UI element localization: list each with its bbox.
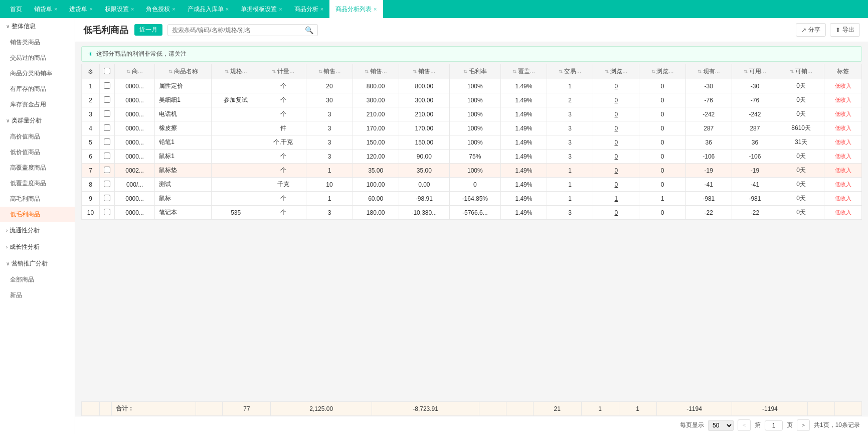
row-spec: [212, 192, 260, 206]
row-checkbox[interactable]: [100, 206, 115, 220]
row-tag: 低收入: [824, 150, 862, 164]
nav-item-template[interactable]: 单据模板设置 ×: [235, 0, 288, 18]
th-checkbox[interactable]: [100, 64, 115, 79]
th-sale2[interactable]: 销售...: [353, 64, 399, 79]
sidebar-section-growth[interactable]: › 成长性分析: [0, 239, 75, 255]
close-icon[interactable]: ×: [226, 6, 229, 12]
sidebar-section-liquidity[interactable]: › 流通性分析: [0, 222, 75, 239]
row-checkbox[interactable]: [100, 192, 115, 206]
search-icon[interactable]: 🔍: [305, 26, 313, 34]
th-name[interactable]: 商品名称: [155, 64, 212, 79]
sidebar-item-traded-products[interactable]: 交易过的商品: [0, 50, 75, 66]
sidebar-item-low-coverage[interactable]: 低覆盖度商品: [0, 176, 75, 191]
th-unit[interactable]: 计量...: [260, 64, 306, 79]
sidebar-item-low-margin[interactable]: 低毛利商品: [0, 207, 75, 222]
close-icon[interactable]: ×: [172, 6, 175, 12]
th-stock1[interactable]: 现有...: [685, 64, 732, 79]
sidebar-item-category-sales-rate[interactable]: 商品分类助销率: [0, 66, 75, 81]
th-trade[interactable]: 交易...: [547, 64, 593, 79]
row-sale2: 35.00: [353, 164, 399, 178]
row-days: 0天: [778, 150, 824, 164]
row-margin: 100%: [449, 135, 500, 150]
nav-item-home[interactable]: 首页: [4, 0, 28, 18]
sidebar-item-all-products[interactable]: 全部商品: [0, 272, 75, 287]
table-container[interactable]: ⚙ 商... 商品名称 规格... 计量... 销售... 销售... 销售..…: [75, 64, 868, 401]
close-icon[interactable]: ×: [279, 6, 282, 12]
th-sale3[interactable]: 销售...: [399, 64, 449, 79]
row-checkbox[interactable]: [100, 164, 115, 178]
sidebar-item-in-stock[interactable]: 有库存的商品: [0, 81, 75, 97]
row-name: 橡皮擦: [155, 121, 212, 135]
row-name: 鼠标1: [155, 150, 212, 164]
nav-item-product-entry[interactable]: 产成品入库单 ×: [182, 0, 235, 18]
nav-item-product-analysis-list[interactable]: 商品分析列表 ×: [329, 0, 383, 18]
th-code[interactable]: 商...: [115, 64, 155, 79]
close-icon[interactable]: ×: [89, 6, 92, 12]
sidebar-item-new-products[interactable]: 新品: [0, 287, 75, 303]
row-checkbox[interactable]: [100, 93, 115, 107]
nav-item-permissions[interactable]: 权限设置 ×: [99, 0, 140, 18]
row-checkbox[interactable]: [100, 178, 115, 192]
search-input[interactable]: [172, 27, 305, 34]
th-stock2[interactable]: 可用...: [732, 64, 778, 79]
sidebar-item-high-value[interactable]: 高价值商品: [0, 129, 75, 144]
prev-page-button[interactable]: ＜: [738, 419, 751, 431]
share-button[interactable]: ↗ 分享: [796, 23, 826, 37]
row-checkbox[interactable]: [100, 121, 115, 135]
date-filter-button[interactable]: 近一月: [134, 24, 162, 36]
row-checkbox[interactable]: [100, 150, 115, 164]
row-coverage: 1.49%: [500, 121, 547, 135]
close-icon[interactable]: ×: [54, 6, 57, 12]
th-browse1[interactable]: 浏览...: [593, 64, 639, 79]
close-icon[interactable]: ×: [320, 6, 323, 12]
th-settings[interactable]: ⚙: [82, 64, 100, 79]
sidebar-item-stock-capital[interactable]: 库存资金占用: [0, 97, 75, 112]
sidebar-section-cluster[interactable]: ∨ 类群量分析: [0, 112, 75, 129]
row-name: 笔记本: [155, 206, 212, 220]
row-browse1: 0: [593, 164, 639, 178]
table-row: 6 0000... 鼠标1 个 3 120.00 90.00 75% 1.49%…: [82, 150, 862, 164]
th-days[interactable]: 可销...: [778, 64, 824, 79]
page-size-select[interactable]: 50 100 200: [708, 420, 734, 431]
nav-item-product-analysis[interactable]: 商品分析 ×: [288, 0, 329, 18]
row-browse2: 0: [639, 107, 685, 121]
row-checkbox[interactable]: [100, 107, 115, 121]
row-checkbox[interactable]: [100, 79, 115, 93]
th-sale1[interactable]: 销售...: [306, 64, 353, 79]
footer-settings-cell: [82, 402, 100, 416]
row-name: 鼠标: [155, 192, 212, 206]
close-icon[interactable]: ×: [131, 6, 134, 12]
row-stock1: -41: [685, 178, 732, 192]
row-browse2: 0: [639, 206, 685, 220]
row-stock1: -242: [685, 107, 732, 121]
nav-item-roles[interactable]: 角色授权 ×: [140, 0, 181, 18]
sidebar-item-low-value[interactable]: 低价值商品: [0, 144, 75, 160]
row-trade: 3: [547, 150, 593, 164]
row-checkbox[interactable]: [100, 135, 115, 150]
th-spec[interactable]: 规格...: [212, 64, 260, 79]
row-no: 8: [82, 178, 100, 192]
sidebar-section-marketing[interactable]: ∨ 营销推广分析: [0, 255, 75, 272]
nav-item-purchase[interactable]: 进货单 ×: [63, 0, 98, 18]
select-all-checkbox[interactable]: [104, 68, 110, 74]
row-stock1: 287: [685, 121, 732, 135]
next-page-button[interactable]: ＞: [797, 419, 810, 431]
sidebar-section-overview[interactable]: ∨ 整体信息: [0, 18, 75, 35]
th-margin[interactable]: 毛利率: [449, 64, 500, 79]
sidebar-item-sales-products[interactable]: 销售类商品: [0, 35, 75, 50]
nav-item-sales[interactable]: 销货单 ×: [28, 0, 63, 18]
content-area: 低毛利商品 近一月 🔍 ↗ 分享 ⬆ 导出 ☀ 这部分商品的利润非常低，请关注: [75, 18, 868, 434]
sidebar-item-high-margin[interactable]: 高毛利商品: [0, 191, 75, 207]
sidebar-item-high-coverage[interactable]: 高覆盖度商品: [0, 160, 75, 176]
row-unit: 个,千克: [260, 135, 306, 150]
row-spec: [212, 135, 260, 150]
export-button[interactable]: ⬆ 导出: [830, 23, 860, 37]
th-browse2[interactable]: 浏览...: [639, 64, 685, 79]
th-coverage[interactable]: 覆盖...: [500, 64, 547, 79]
close-icon[interactable]: ×: [374, 6, 377, 12]
chevron-right-icon: ›: [6, 228, 8, 233]
row-name: 铅笔1: [155, 135, 212, 150]
current-page-input[interactable]: [765, 420, 783, 430]
row-spec: 535: [212, 206, 260, 220]
row-stock1: -30: [685, 79, 732, 93]
